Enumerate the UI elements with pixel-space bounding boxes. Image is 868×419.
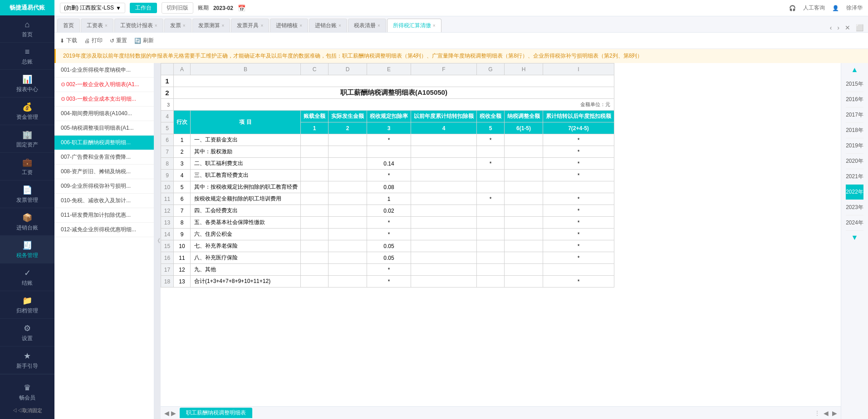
cell-c5[interactable]: * bbox=[477, 193, 505, 205]
cell-c7[interactable]: * bbox=[543, 240, 614, 252]
cell-c7[interactable]: * bbox=[543, 134, 614, 146]
sidebar-item-settings[interactable]: ⚙ 设置 bbox=[0, 319, 54, 346]
left-nav-item-001[interactable]: 001-企业所得税年度纳税申... bbox=[54, 63, 154, 78]
cell-c3[interactable]: 0.05 bbox=[367, 252, 411, 264]
cell-c4[interactable] bbox=[411, 146, 477, 158]
cell-c2[interactable] bbox=[329, 146, 367, 158]
refresh-button[interactable]: 🔄 刷新 bbox=[134, 37, 154, 44]
cell-c2[interactable] bbox=[329, 205, 367, 217]
sidebar-item-archive[interactable]: 📁 归档管理 bbox=[0, 291, 54, 319]
cell-c1[interactable] bbox=[301, 134, 329, 146]
cell-c2[interactable] bbox=[329, 170, 367, 181]
left-nav-item-006[interactable]: 006-职工薪酬纳税调整明细... bbox=[54, 136, 154, 150]
sidebar-item-tax[interactable]: 🧾 税务管理 bbox=[0, 236, 54, 263]
sidebar-item-salary[interactable]: 💼 工资 bbox=[0, 153, 54, 180]
cell-c4[interactable] bbox=[411, 193, 477, 205]
cell-c5[interactable] bbox=[477, 146, 505, 158]
year-up-btn[interactable]: ▲ bbox=[841, 63, 868, 77]
cell-c5[interactable]: * bbox=[477, 134, 505, 146]
sidebar-item-vip[interactable]: ♛ 畅会员 bbox=[0, 378, 54, 405]
left-nav-item-004[interactable]: 004-期间费用明细表(A1040... bbox=[54, 107, 154, 121]
sidebar-item-general-ledger[interactable]: ≡ 总账 bbox=[0, 43, 54, 70]
cell-c3[interactable]: 1 bbox=[367, 193, 411, 205]
tab-purchase-check-close[interactable]: × bbox=[299, 23, 302, 28]
workbench-button[interactable]: 工作台 bbox=[130, 3, 157, 13]
cell-c3[interactable]: * bbox=[367, 276, 411, 287]
cell-c4[interactable] bbox=[411, 229, 477, 240]
tab-salary-close[interactable]: × bbox=[105, 23, 108, 28]
cell-c4[interactable] bbox=[411, 170, 477, 181]
cell-c3[interactable]: 0.08 bbox=[367, 181, 411, 193]
cell-c5[interactable] bbox=[477, 252, 505, 264]
cell-c2[interactable] bbox=[329, 217, 367, 229]
tab-tax-clear[interactable]: 税表清册 × bbox=[348, 19, 386, 32]
tab-income-tax-close[interactable]: × bbox=[433, 23, 436, 28]
year-item[interactable]: 2022年 bbox=[846, 185, 863, 200]
cell-c2[interactable] bbox=[329, 134, 367, 146]
sidebar-item-home[interactable]: ⌂ 首页 bbox=[0, 15, 54, 43]
tab-invoice-calc[interactable]: 发票测算 × bbox=[192, 19, 230, 32]
cell-c2[interactable] bbox=[329, 264, 367, 276]
cell-c3[interactable]: 0.14 bbox=[367, 158, 411, 170]
cell-c4[interactable] bbox=[411, 181, 477, 193]
sidebar-item-settle[interactable]: ✓ 结账 bbox=[0, 263, 54, 291]
left-nav-item-010[interactable]: 010-免税、减收收入及加计... bbox=[54, 194, 154, 208]
collapse-toggle[interactable]: 《 bbox=[154, 63, 161, 419]
cell-c1[interactable] bbox=[301, 217, 329, 229]
cell-c3[interactable] bbox=[367, 146, 411, 158]
cell-c1[interactable] bbox=[301, 229, 329, 240]
year-item[interactable]: 2017年 bbox=[846, 107, 863, 123]
left-nav-item-012[interactable]: 012-减免企业所得税优惠明细... bbox=[54, 223, 154, 237]
year-item[interactable]: 2024年 bbox=[846, 215, 863, 231]
sidebar-item-inventory[interactable]: 📦 进销台账 bbox=[0, 208, 54, 236]
cell-c6[interactable] bbox=[505, 217, 543, 229]
sidebar-item-reports[interactable]: 📊 报表中心 bbox=[0, 70, 54, 97]
left-nav-item-007[interactable]: 007-广告费和业务宣传费降... bbox=[54, 150, 154, 165]
cell-c2[interactable] bbox=[329, 252, 367, 264]
sheet-tab-item[interactable]: 职工薪酬纳税调整明细表 bbox=[180, 408, 252, 418]
year-item[interactable]: 2018年 bbox=[846, 123, 863, 138]
print-button[interactable]: 🖨 打印 bbox=[84, 37, 103, 44]
cell-c5[interactable] bbox=[477, 181, 505, 193]
cell-c4[interactable] bbox=[411, 252, 477, 264]
cell-c6[interactable] bbox=[505, 193, 543, 205]
tab-invoice-issue-close[interactable]: × bbox=[260, 23, 263, 28]
cell-c3[interactable]: 0.02 bbox=[367, 205, 411, 217]
year-item[interactable]: 2019年 bbox=[846, 138, 863, 154]
cell-c2[interactable] bbox=[329, 181, 367, 193]
year-item[interactable]: 2023年 bbox=[846, 200, 863, 215]
cell-c6[interactable] bbox=[505, 134, 543, 146]
scroll-right-btn[interactable]: ▶ bbox=[171, 409, 176, 417]
support-label[interactable]: 人工客询 bbox=[803, 4, 825, 12]
cell-c1[interactable] bbox=[301, 193, 329, 205]
tab-close-all-btn[interactable]: ✕ bbox=[843, 23, 852, 32]
left-nav-item-011[interactable]: 011-研发费用加计扣除优惠... bbox=[54, 208, 154, 223]
cell-c5[interactable]: * bbox=[477, 158, 505, 170]
cell-c5[interactable] bbox=[477, 264, 505, 276]
tab-purchase-ledger[interactable]: 进销台账 × bbox=[309, 19, 347, 32]
cell-c4[interactable] bbox=[411, 134, 477, 146]
year-down-btn[interactable]: ▼ bbox=[841, 231, 868, 244]
year-item[interactable]: 2020年 bbox=[846, 154, 863, 169]
tab-purchase-check[interactable]: 进销稽核 × bbox=[270, 19, 308, 32]
cell-c7[interactable]: * bbox=[543, 193, 614, 205]
left-nav-item-005[interactable]: 005-纳税调整项目明细表(A1... bbox=[54, 121, 154, 136]
cell-c7[interactable]: * bbox=[543, 170, 614, 181]
sidebar-item-fixed-assets[interactable]: 🏢 固定资产 bbox=[0, 125, 54, 153]
tab-purchase-ledger-close[interactable]: × bbox=[338, 23, 341, 28]
left-nav-item-003[interactable]: ⊙003-一般企业成本支出明细... bbox=[54, 92, 154, 107]
left-nav-item-002[interactable]: ⊙002-一般企业收入明细表(A1... bbox=[54, 78, 154, 92]
cell-c6[interactable] bbox=[505, 146, 543, 158]
cell-c3[interactable]: 0.05 bbox=[367, 240, 411, 252]
cell-c6[interactable] bbox=[505, 181, 543, 193]
cell-c6[interactable] bbox=[505, 240, 543, 252]
tab-tax-clear-close[interactable]: × bbox=[378, 23, 380, 28]
cell-c3[interactable]: * bbox=[367, 134, 411, 146]
sidebar-item-invoice[interactable]: 📄 发票管理 bbox=[0, 180, 54, 208]
cell-c1[interactable] bbox=[301, 181, 329, 193]
tab-salary[interactable]: 工资表 × bbox=[81, 19, 113, 32]
cell-c7[interactable] bbox=[543, 264, 614, 276]
year-item[interactable]: 2021年 bbox=[846, 169, 863, 185]
cell-c5[interactable] bbox=[477, 170, 505, 181]
cell-c4[interactable] bbox=[411, 264, 477, 276]
